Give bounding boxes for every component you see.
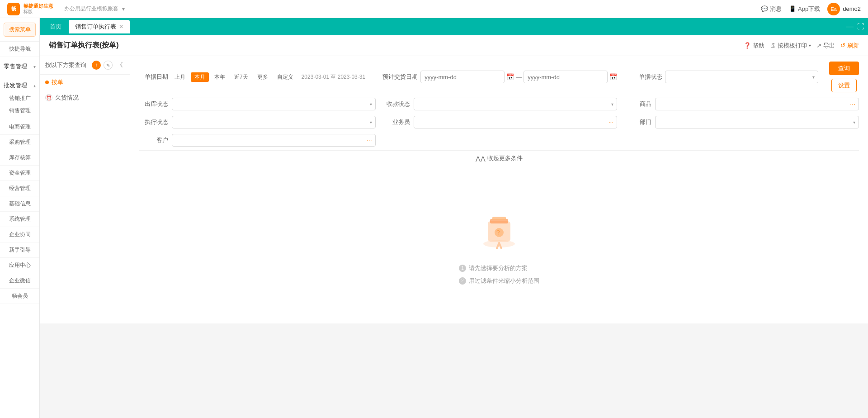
top-bar-right: 💬 消息 📱 App下载 Ea demo2 — [761, 3, 861, 15]
salesman-control: ··· — [414, 116, 618, 128]
sidebar-item-inventory[interactable]: 库存核算 — [0, 150, 39, 166]
customer-input[interactable] — [172, 134, 376, 147]
add-plan-button[interactable]: + — [92, 61, 101, 70]
empty-tips: 1 请先选择要分析的方案 2 用过滤条件来缩小分析范围 — [459, 262, 539, 287]
help-button[interactable]: ❓ 帮助 — [744, 42, 764, 50]
username: demo2 — [843, 5, 861, 12]
sidebar-item-wechat[interactable]: 企业微信 — [0, 273, 39, 289]
collapse-button[interactable]: ⋀⋀ 收起更多条件 — [476, 154, 523, 162]
filter-goods: 商品 ··· — [623, 98, 859, 110]
sidebar-item-system[interactable]: 系统管理 — [0, 212, 39, 227]
dept-select[interactable] — [655, 116, 859, 128]
dept-label: 部门 — [623, 118, 651, 126]
date-tab-more[interactable]: 更多 — [254, 72, 272, 82]
plan-item-by-order[interactable]: 按单 — [40, 75, 130, 90]
top-bar-left: 畅 畅捷通好生意 标版 办公用品行业模拟账套 ▾ — [7, 3, 125, 15]
edit-plan-button[interactable]: ✎ — [104, 61, 113, 70]
app-download-icon: 📱 — [789, 5, 796, 12]
date-tabs: 上月 本月 本年 近7天 更多 自定义 — [171, 72, 297, 82]
print-icon: 🖨 — [770, 42, 776, 49]
exec-status-control: ▾ — [172, 116, 376, 128]
refresh-button[interactable]: ↺ 刷新 — [840, 42, 859, 50]
sidebar: 搜索菜单 快捷导航 零售管理 ▾ 批发管理 ▴ 营销推广 销售管理 电商管理 采… — [0, 18, 40, 418]
sidebar-section-wholesale: 批发管理 ▴ 营销推广 销售管理 — [0, 76, 39, 119]
avatar: Ea — [827, 3, 840, 15]
calendar-end-icon[interactable]: 📅 — [609, 73, 617, 81]
content-area: 按以下方案查询 + ✎ 《 按单 — [40, 56, 868, 323]
date-tab-7days[interactable]: 近7天 — [231, 72, 252, 82]
tab-home[interactable]: 首页 — [43, 20, 68, 33]
svg-text:?: ? — [496, 229, 500, 236]
sidebar-sub-item-sales[interactable]: 销售管理 — [4, 104, 36, 117]
sidebar-item-newuser[interactable]: 新手引导 — [0, 242, 39, 258]
empty-illustration: ? — [476, 208, 522, 253]
sidebar-item-wholesale[interactable]: 批发管理 ▴ — [4, 79, 36, 92]
date-tab-this-year[interactable]: 本年 — [211, 72, 229, 82]
out-status-select[interactable] — [172, 98, 376, 110]
workspace-label: 办公用品行业模拟账套 — [64, 5, 118, 13]
tab-maximize-icon[interactable]: ⛶ — [857, 23, 864, 31]
workspace-arrow[interactable]: ▾ — [122, 6, 125, 12]
brand-subtitle: 标版 — [24, 9, 53, 14]
expected-date-end-input[interactable] — [524, 71, 608, 83]
collect-status-control: ▾ — [414, 98, 618, 110]
page-header: 销售订单执行表(按单) ❓ 帮助 🖨 按模板打印 ▾ ↗ 导出 — [40, 35, 868, 56]
filter-row-4: 客户 ··· — [139, 134, 859, 147]
calendar-start-icon[interactable]: 📅 — [506, 73, 514, 81]
wholesale-arrow: ▴ — [33, 83, 36, 88]
date-tab-custom[interactable]: 自定义 — [274, 72, 297, 82]
filter-collect-status: 收款状态 ▾ — [381, 98, 618, 110]
sidebar-item-retail[interactable]: 零售管理 ▾ — [4, 60, 36, 73]
filter-expected-date-section: 预计交货日期 📅 — 📅 — [382, 71, 617, 83]
goods-input[interactable] — [655, 98, 859, 110]
template-print-button[interactable]: 🖨 按模板打印 ▾ — [770, 42, 811, 50]
salesman-more-icon[interactable]: ··· — [609, 119, 614, 126]
goods-more-icon[interactable]: ··· — [850, 100, 855, 108]
query-button[interactable]: 查询 — [829, 62, 859, 75]
date-separator: — — [516, 74, 522, 81]
customer-label: 客户 — [139, 136, 168, 144]
sidebar-item-purchase[interactable]: 采购管理 — [0, 135, 39, 150]
date-tab-last-month[interactable]: 上月 — [171, 72, 189, 82]
doc-status-select[interactable] — [665, 71, 818, 83]
sidebar-item-quick-nav[interactable]: 快捷导航 — [0, 42, 39, 57]
dept-control: ▾ — [655, 116, 859, 128]
collapse-panel-button[interactable]: 《 — [115, 61, 124, 70]
sidebar-item-operations[interactable]: 经营管理 — [0, 181, 39, 196]
inactive-plan-dot: ⏰ — [45, 94, 52, 101]
app-download-button[interactable]: 📱 App下载 — [789, 5, 820, 13]
expected-date-start-input[interactable] — [420, 71, 505, 83]
filter-exec-status: 执行状态 ▾ — [139, 116, 376, 128]
salesman-input[interactable] — [414, 116, 618, 128]
collect-status-select[interactable] — [414, 98, 618, 110]
search-menu-button[interactable]: 搜索菜单 — [4, 23, 36, 37]
tab-bar-actions: — ⛶ — [846, 23, 864, 31]
logo-icon: 畅 — [7, 3, 20, 15]
message-button[interactable]: 💬 消息 — [761, 5, 782, 13]
customer-control: ··· — [172, 134, 376, 147]
sidebar-item-member[interactable]: 畅会员 — [0, 289, 39, 304]
filter-row-3: 执行状态 ▾ 业务员 ··· — [139, 116, 859, 128]
print-arrow-icon: ▾ — [809, 43, 811, 48]
doc-status-label: 单据状态 — [633, 73, 662, 81]
sidebar-item-appstore[interactable]: 应用中心 — [0, 258, 39, 273]
sidebar-item-ecommerce[interactable]: 电商管理 — [0, 119, 39, 135]
sidebar-item-basic[interactable]: 基础信息 — [0, 196, 39, 212]
plan-item-backorder[interactable]: ⏰ 欠货情况 — [40, 90, 130, 105]
sidebar-item-enterprise[interactable]: 企业协同 — [0, 227, 39, 242]
main-content: 销售订单执行表(按单) ❓ 帮助 🖨 按模板打印 ▾ ↗ 导出 — [40, 35, 868, 418]
tip-item-1: 1 请先选择要分析的方案 — [459, 262, 539, 275]
right-panel: 单据日期 上月 本月 本年 近7天 更多 自定义 2023-03-01 至 20… — [130, 56, 868, 323]
export-button[interactable]: ↗ 导出 — [816, 42, 835, 50]
date-tab-this-month[interactable]: 本月 — [191, 72, 209, 82]
exec-status-select[interactable] — [172, 116, 376, 128]
main-area: 首页 销售订单执行表 ✕ — ⛶ 销售订单执行表(按单) ❓ 帮助 — [40, 18, 868, 418]
tab-sales-exec[interactable]: 销售订单执行表 ✕ — [69, 20, 130, 33]
sidebar-item-finance[interactable]: 资金管理 — [0, 166, 39, 181]
sidebar-sub-item-marketing[interactable]: 营销推广 — [4, 92, 36, 104]
edit-icon: ✎ — [106, 63, 110, 68]
tab-close-icon[interactable]: ✕ — [119, 24, 123, 30]
settings-button[interactable]: 设置 — [831, 79, 857, 92]
tab-minimize-icon[interactable]: — — [846, 23, 854, 31]
customer-more-icon[interactable]: ··· — [367, 137, 372, 144]
